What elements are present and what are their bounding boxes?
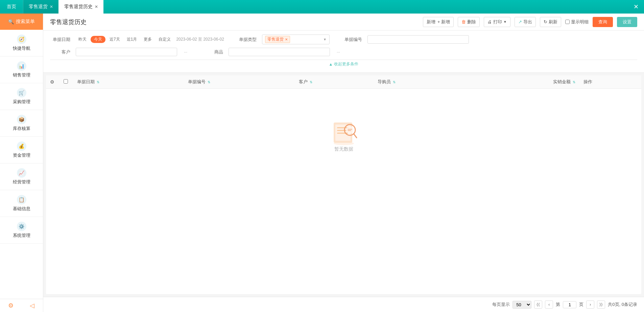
th-date-sort-icon: ⇅ bbox=[97, 80, 99, 84]
sidebar-item-inventory[interactable]: 📦 库存核算 bbox=[0, 110, 43, 137]
tab-retail-return-history[interactable]: 零售退货历史 ✕ bbox=[58, 0, 103, 14]
sidebar-item-label-1: 销售管理 bbox=[13, 72, 30, 78]
print-icon: 🖨 bbox=[487, 19, 492, 24]
refresh-button[interactable]: ↻ 刷新 bbox=[540, 17, 561, 27]
purchase-icon: 🛒 bbox=[17, 88, 26, 97]
sidebar-bottom: ⚙ ◁ bbox=[0, 299, 43, 312]
filter-row-1: 单据日期 昨天 今天 近7天 近1月 更多 自定义 2023-06-02 至 2… bbox=[50, 35, 637, 44]
search-icon: 🔍 bbox=[8, 19, 14, 24]
th-guide-label: 导购员 bbox=[378, 79, 391, 84]
th-amount[interactable]: 实销金额 ⇅ bbox=[469, 75, 579, 89]
new-icon: 新增 bbox=[427, 19, 435, 25]
query-button[interactable]: 查询 bbox=[593, 17, 613, 27]
svg-rect-4 bbox=[337, 130, 347, 131]
date-btn-more[interactable]: 更多 bbox=[141, 36, 154, 43]
sidebar-item-finance[interactable]: 💰 资金管理 bbox=[0, 137, 43, 163]
sidebar-item-operations[interactable]: 📈 经营管理 bbox=[0, 163, 43, 190]
doc-type-arrow-icon: ▼ bbox=[323, 38, 327, 41]
tab-retail-return[interactable]: 零售退货 ✕ bbox=[23, 0, 58, 14]
th-customer-label: 客户 bbox=[299, 79, 308, 84]
first-page-button[interactable]: ⟨⟨ bbox=[534, 300, 542, 309]
sidebar-item-purchase[interactable]: 🛒 采购管理 bbox=[0, 83, 43, 110]
date-btn-today[interactable]: 今天 bbox=[91, 36, 105, 43]
sidebar-item-label-5: 经营管理 bbox=[13, 179, 30, 185]
table-header-row: ⚙ 单据日期 ⇅ 单据编号 ⇅ bbox=[46, 75, 641, 89]
doc-type-tag: 零售退货 ✕ bbox=[265, 36, 290, 43]
tab-home[interactable]: 首页 bbox=[0, 0, 23, 14]
show-detail-checkbox[interactable]: 显示明细 bbox=[565, 19, 589, 25]
table-empty-row: 暂无数据 bbox=[46, 89, 641, 180]
operations-icon: 📈 bbox=[17, 168, 26, 178]
customer-label: 客户 bbox=[50, 49, 70, 55]
th-guide[interactable]: 导购员 ⇅ bbox=[374, 75, 469, 89]
svg-line-8 bbox=[354, 134, 357, 138]
basic-info-icon: 📋 bbox=[17, 195, 26, 204]
empty-text: 暂无数据 bbox=[334, 146, 353, 152]
th-doc-num[interactable]: 单据编号 ⇅ bbox=[184, 75, 295, 89]
doc-num-input[interactable] bbox=[367, 35, 469, 44]
delete-button[interactable]: 🗑 删除 bbox=[458, 17, 480, 27]
goods-input[interactable] bbox=[229, 48, 330, 56]
doc-type-tag-close[interactable]: ✕ bbox=[285, 38, 288, 41]
settings-icon: ⚙ bbox=[50, 79, 54, 85]
window-close-button[interactable]: ✕ bbox=[628, 0, 644, 14]
show-detail-input[interactable] bbox=[565, 20, 570, 24]
date-btn-1month[interactable]: 近1月 bbox=[124, 36, 140, 43]
page-label: 第 bbox=[556, 302, 560, 308]
th-checkbox[interactable] bbox=[59, 75, 73, 89]
date-btn-7days[interactable]: 近7天 bbox=[107, 36, 123, 43]
empty-illustration bbox=[327, 116, 361, 146]
sidebar-item-label-6: 基础信息 bbox=[13, 206, 30, 212]
content-area: 零售退货历史 新增 + 新增 🗑 删除 🖨 打印 ▼ ↗ 导出 bbox=[43, 14, 644, 312]
th-date-label: 单据日期 bbox=[77, 79, 95, 84]
date-btn-custom[interactable]: 自定义 bbox=[156, 36, 173, 43]
delete-icon: 🗑 bbox=[461, 19, 466, 24]
last-page-button[interactable]: ⟩⟩ bbox=[597, 300, 605, 309]
sidebar-collapse-button[interactable]: ◁ bbox=[22, 302, 43, 309]
tab-bar: 首页 零售退货 ✕ 零售退货历史 ✕ ✕ bbox=[0, 0, 644, 14]
print-button[interactable]: 🖨 打印 ▼ bbox=[484, 17, 510, 27]
th-amount-sort-icon: ⇅ bbox=[573, 80, 575, 84]
page-header: 零售退货历史 新增 + 新增 🗑 删除 🖨 打印 ▼ ↗ 导出 bbox=[43, 14, 644, 30]
customer-input[interactable] bbox=[76, 48, 177, 56]
sidebar-item-sales[interactable]: 📊 销售管理 bbox=[0, 57, 43, 83]
sidebar-search-label: 搜索菜单 bbox=[16, 19, 35, 25]
filter-area: 单据日期 昨天 今天 近7天 近1月 更多 自定义 2023-06-02 至 2… bbox=[43, 30, 644, 73]
date-btn-yesterday[interactable]: 昨天 bbox=[76, 36, 89, 43]
th-customer[interactable]: 客户 ⇅ bbox=[295, 75, 374, 89]
page-size-select[interactable]: 50 100 200 bbox=[512, 301, 531, 309]
sidebar-item-label-7: 系统管理 bbox=[13, 232, 30, 239]
sales-icon: 📊 bbox=[17, 61, 26, 71]
sidebar-settings-button[interactable]: ⚙ bbox=[0, 302, 22, 309]
finance-icon: 💰 bbox=[17, 141, 26, 151]
sidebar-search[interactable]: 🔍 搜索菜单 bbox=[0, 14, 43, 30]
collapse-bar[interactable]: ▲ 收起更多条件 bbox=[50, 60, 637, 68]
goods-dots: ··· bbox=[337, 50, 340, 54]
th-doc-num-sort-icon: ⇅ bbox=[208, 80, 210, 84]
page-title: 零售退货历史 bbox=[50, 18, 87, 26]
sidebar-item-label-3: 库存核算 bbox=[13, 126, 30, 132]
doc-type-select[interactable]: 零售退货 ✕ ▼ bbox=[262, 35, 330, 44]
th-amount-label: 实销金额 bbox=[553, 79, 571, 84]
next-page-button[interactable]: › bbox=[586, 300, 594, 309]
collapse-icon: ▲ bbox=[329, 62, 333, 67]
th-settings[interactable]: ⚙ bbox=[46, 75, 59, 89]
print-dropdown-icon: ▼ bbox=[503, 20, 507, 24]
export-button[interactable]: ↗ 导出 bbox=[515, 17, 536, 27]
doc-num-label: 单据编号 bbox=[342, 37, 362, 43]
date-controls: 昨天 今天 近7天 近1月 更多 自定义 2023-06-02 至 2023-0… bbox=[76, 36, 224, 43]
settings-button[interactable]: 设置 bbox=[617, 17, 637, 27]
sidebar-item-quick-nav[interactable]: 🧭 快捷导航 bbox=[0, 30, 43, 57]
date-label: 单据日期 bbox=[50, 37, 70, 43]
page-number-input[interactable]: 1 bbox=[563, 301, 576, 308]
tab-close-retail-return-history[interactable]: ✕ bbox=[95, 5, 98, 9]
sidebar-item-basic-info[interactable]: 📋 基础信息 bbox=[0, 190, 43, 217]
th-date[interactable]: 单据日期 ⇅ bbox=[73, 75, 184, 89]
tab-close-retail-return[interactable]: ✕ bbox=[50, 5, 53, 9]
new-button[interactable]: 新增 + 新增 bbox=[423, 17, 454, 27]
date-range-display: 2023-06-02 至 2023-06-02 bbox=[176, 37, 224, 42]
sidebar-item-system[interactable]: ⚙️ 系统管理 bbox=[0, 217, 43, 244]
select-all-checkbox[interactable] bbox=[64, 79, 68, 84]
export-icon: ↗ bbox=[518, 19, 522, 24]
prev-page-button[interactable]: ‹ bbox=[545, 300, 553, 309]
